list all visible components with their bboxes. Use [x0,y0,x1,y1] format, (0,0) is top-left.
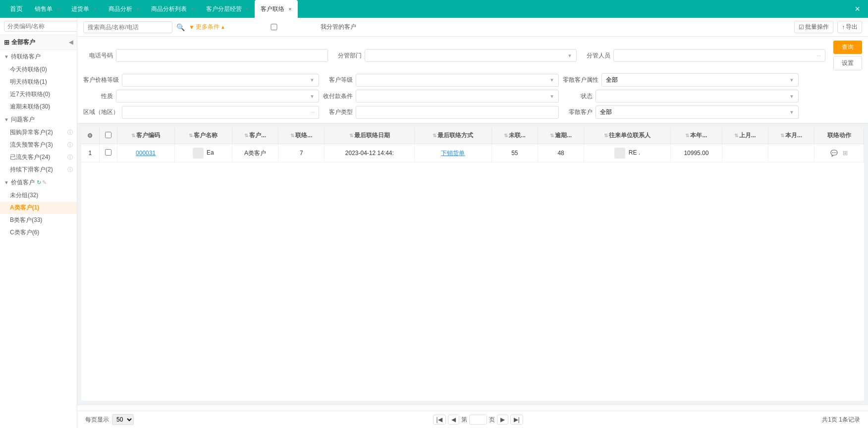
sidebar-search-input[interactable] [4,21,77,32]
hoarding-info-icon: ⓘ [67,129,73,136]
tab-goods-analysis[interactable]: 商品分析 × [103,0,145,18]
col-last-method: ⇅ 最后联络方式 [415,127,491,144]
content-area: 🔍 ▼ 更多条件 ▲ 我分管的客户 ☑ 批量操作 ↑ 导出 [77,18,868,428]
action-chat-icon[interactable]: 💬 [830,150,838,157]
close-goods-analysis-list-tab[interactable]: × [191,0,194,18]
cell-index: 1 [81,144,99,162]
tab-customer-contact[interactable]: 客户联络 × [255,0,297,18]
table-settings-icon[interactable]: ⚙ [87,132,93,139]
col-contact-person: ⇅ 往来单位联系人 [584,127,671,144]
close-goods-analysis-tab[interactable]: × [136,0,139,18]
retail-cust-dropdown-icon: ▼ [789,109,794,115]
field-nature: 性质 ▼ [83,90,319,103]
home-tab[interactable]: 首页 [4,4,29,13]
field-region: 区域（地区） ··· [83,106,319,119]
sidebar-item-churn-warning[interactable]: 流失预警客户(3) ⓘ [0,139,77,151]
horizontal-scrollbar[interactable] [77,405,868,411]
more-arrow-icon: ▲ [220,24,225,30]
sidebar-item-b-class[interactable]: B类客户(33) [0,214,77,226]
sidebar-item-c-class[interactable]: C类客户(6) [0,226,77,239]
col-last-month: ⇅ 上月... [722,127,768,144]
sidebar-item-today[interactable]: 今天待联络(0) [0,63,77,76]
search-input[interactable] [83,21,172,33]
page-input[interactable]: 1 [469,415,487,425]
cell-checkbox [99,144,117,162]
cust-type-input[interactable] [356,106,559,119]
col-this-month-sort-icon: ⇅ [780,133,784,138]
churned-info-icon: ⓘ [67,154,73,161]
edit-value-icon[interactable]: ✎ [42,179,47,186]
first-page-button[interactable]: |◀ [433,415,446,425]
prev-page-button[interactable]: ◀ [448,415,459,425]
declining-info-icon: ⓘ [67,166,73,173]
action-more-icon[interactable]: ⊞ [843,150,848,157]
my-customers-checkbox[interactable] [229,24,319,30]
status-dropdown-icon: ▼ [789,94,794,99]
last-page-button[interactable]: ▶| [510,415,523,425]
price-level-dropdown-icon: ▼ [310,77,315,83]
col-code: ⇅ 客户编码 [117,127,174,144]
retail-attr-dropdown-icon: ▼ [789,77,794,83]
close-customer-tier-tab[interactable]: × [246,0,249,18]
sidebar-group-pending[interactable]: ▼ 待联络客户 [0,50,77,63]
more-conditions-button[interactable]: ▼ 更多条件 ▲ [189,23,225,31]
payment-input[interactable]: ▼ [356,90,559,103]
phone-input[interactable] [116,49,328,62]
cell-contact-person: RE . [584,144,671,162]
cell-code[interactable]: 000031 [117,144,174,162]
col-type: ⇅ 客户... [232,127,278,144]
retail-attr-input[interactable]: 全部 ▼ [601,73,799,87]
dept-input[interactable]: ▼ [365,49,577,62]
filter-action-buttons: 查询 设置 [833,41,862,70]
status-input[interactable]: ▼ [596,90,799,103]
price-level-input[interactable]: ▼ [122,74,319,87]
filter-row-2: 客户价格等级 ▼ 客户等级 ▼ 零散客户属性 全部 ▼ [83,73,862,87]
col-not-contact: ⇅ 未联... [491,127,538,144]
tab-sales[interactable]: 销售单 × [29,0,65,18]
sidebar-item-unclassified[interactable]: 未分组(32) [0,189,77,202]
sidebar-all-customers[interactable]: ⊞ 全部客户 ◀ [0,35,77,50]
region-input[interactable]: ··· [122,106,319,119]
sidebar: 🔍 ⊞ 全部客户 ◀ ▼ 待联络客户 今天待联络(0) 明天待联络(1) 近7天… [0,18,77,428]
refresh-icon[interactable]: ↻ [37,179,41,186]
window-close-button[interactable]: × [851,4,864,14]
price-level-label: 客户价格等级 [83,76,119,84]
sidebar-item-hoarding[interactable]: 囤购异常客户(2) ⓘ [0,126,77,139]
tab-purchase[interactable]: 进货单 × [65,0,102,18]
settings-button[interactable]: 设置 [833,56,862,70]
filter-row-3: 性质 ▼ 收付款条件 ▼ 状态 ▼ [83,90,862,103]
sidebar-group-problem[interactable]: ▼ 问题客户 [0,113,77,126]
nature-input[interactable]: ▼ [116,90,319,103]
retail-cust-input[interactable]: 全部 ▼ [596,106,799,119]
tab-goods-analysis-list[interactable]: 商品分析列表 × [145,0,200,18]
sidebar-item-churned[interactable]: 已流失客户(24) ⓘ [0,151,77,163]
row-checkbox[interactable] [105,149,111,156]
sidebar-group-value[interactable]: ▼ 价值客户 ↻ ✎ [0,176,77,189]
filter-search-icon[interactable]: 🔍 [176,23,185,31]
person-input[interactable]: ··· [613,49,825,62]
customer-avatar [193,148,204,159]
next-page-button[interactable]: ▶ [497,415,508,425]
export-icon: ↑ [842,24,845,31]
select-all-checkbox[interactable] [105,132,111,138]
close-sales-tab[interactable]: × [56,0,59,18]
per-page-select[interactable]: 50 [112,414,134,425]
close-customer-contact-tab[interactable]: × [288,0,291,18]
cust-level-input[interactable]: ▼ [356,74,559,87]
sidebar-item-overdue[interactable]: 逾期未联络(30) [0,101,77,113]
query-button[interactable]: 查询 [833,41,862,54]
close-purchase-tab[interactable]: × [93,0,96,18]
batch-op-button[interactable]: ☑ 批量操作 [794,21,833,33]
filter-icon: ▼ [189,24,195,31]
sidebar-item-declining[interactable]: 持续下滑客户(2) ⓘ [0,163,77,176]
sidebar-collapse-icon[interactable]: ◀ [69,39,73,46]
col-not-contact-sort-icon: ⇅ [504,133,508,138]
tab-customer-tier[interactable]: 客户分层经营 × [200,0,255,18]
my-customers-checkbox-label[interactable]: 我分管的客户 [229,23,356,31]
cell-not-contact: 55 [491,144,538,162]
export-button[interactable]: ↑ 导出 [837,21,862,33]
sidebar-item-a-class[interactable]: A类客户(1) [0,202,77,214]
sidebar-item-tomorrow[interactable]: 明天待联络(1) [0,76,77,88]
cell-last-method[interactable]: 下销货单 [415,144,491,162]
sidebar-item-7days[interactable]: 近7天待联络(0) [0,88,77,101]
